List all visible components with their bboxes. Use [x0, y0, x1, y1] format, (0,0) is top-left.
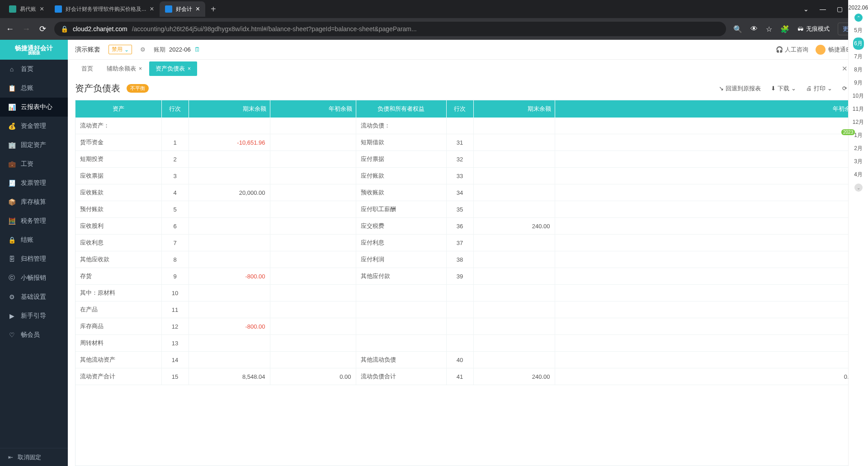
table-row[interactable]: 在产品11 — [75, 301, 860, 318]
table-scroll[interactable]: 资产 行次 期末余额 年初余额 负债和所有者权益 行次 期末余额 年初余额 — [75, 100, 861, 466]
month-item[interactable]: 11月 — [849, 103, 868, 115]
month-item[interactable]: 12月 — [849, 116, 868, 128]
download-button[interactable]: ⬇下载 ⌄ — [771, 85, 796, 93]
support-button[interactable]: 🎧人工咨询 — [776, 46, 808, 54]
close-icon[interactable]: × — [150, 5, 154, 13]
cell-begin — [270, 251, 356, 268]
sidebar-item[interactable]: 💼工资 — [0, 155, 68, 174]
sidebar-item[interactable]: 🔒结账 — [0, 231, 68, 249]
url-input[interactable]: 🔒 cloud2.chanjet.com/accounting/uh26t264… — [54, 22, 726, 36]
cell-row2: 36 — [446, 218, 473, 235]
gear-icon[interactable]: ⚙ — [140, 46, 146, 53]
new-tab-button[interactable]: + — [211, 4, 216, 14]
period-picker[interactable]: 账期 2022-06 🗓 — [154, 46, 200, 54]
cell-row: 4 — [161, 184, 189, 201]
print-button[interactable]: 🖨打印 ⌄ — [806, 85, 832, 93]
cell-begin — [270, 235, 356, 251]
month-item[interactable]: 2月 — [849, 142, 868, 155]
month-year[interactable]: 2022.06 — [849, 3, 868, 13]
account-name[interactable]: 演示账套 — [75, 46, 100, 54]
maximize-icon[interactable]: ▢ — [837, 5, 843, 13]
sidebar-item[interactable]: ⓒ小畅报销 — [0, 268, 68, 287]
table-row[interactable]: 存货9-800.00其他应付款39 — [75, 268, 860, 285]
cell-asset: 应收股利 — [75, 218, 161, 235]
cell-asset: 流动资产： — [75, 118, 161, 134]
table-row[interactable]: 其中：原材料10 — [75, 285, 860, 301]
page-tab[interactable]: 首页 — [75, 61, 99, 76]
sidebar-item[interactable]: 🏢固定资产 — [0, 136, 68, 155]
browser-tab[interactable]: 易代账 × — [4, 1, 49, 17]
table-row[interactable]: 流动资产合计158,548.040.00流动负债合计41240.000.00 — [75, 368, 860, 385]
month-item[interactable]: 4月 — [849, 169, 868, 181]
incognito-icon: 🕶 — [797, 26, 803, 33]
page-tab[interactable]: 资产负债表× — [149, 61, 197, 76]
logo[interactable]: 畅捷通好会计 旗舰版 — [0, 40, 68, 60]
month-item[interactable]: 7月 — [849, 51, 868, 63]
sidebar-item[interactable]: 💰资金管理 — [0, 117, 68, 136]
zoom-icon[interactable]: 🔍 — [733, 25, 742, 33]
minimize-icon[interactable]: — — [820, 5, 826, 13]
table-row[interactable]: 库存商品12-800.00 — [75, 318, 860, 335]
sidebar-item[interactable]: 🗄归档管理 — [0, 249, 68, 268]
table-row[interactable]: 周转材料13 — [75, 335, 860, 352]
sidebar-item[interactable]: ⚙基础设置 — [0, 287, 68, 306]
cancel-pin-button[interactable]: ⇤ 取消固定 — [0, 448, 68, 466]
reload-button[interactable]: ⟳ — [38, 24, 47, 34]
bookmark-star-icon[interactable]: ☆ — [766, 25, 772, 33]
sidebar-item[interactable]: 🧾发票管理 — [0, 174, 68, 193]
month-item[interactable]: 9月 — [849, 77, 868, 89]
sidebar-item[interactable]: ▶新手引导 — [0, 306, 68, 325]
forward-button[interactable]: → — [22, 24, 31, 34]
incognito-label[interactable]: 🕶无痕模式 — [797, 25, 830, 33]
eye-off-icon[interactable]: 👁 — [750, 25, 758, 33]
browser-tab[interactable]: 好会计财务管理软件购买价格及... × — [49, 1, 159, 17]
month-down-button[interactable]: ⌄ — [854, 184, 863, 192]
back-button[interactable]: ← — [5, 24, 14, 34]
table-row[interactable]: 其他流动资产14其他流动负债40 — [75, 352, 860, 368]
table-row[interactable]: 预付账款5应付职工薪酬35 — [75, 201, 860, 218]
month-item[interactable]: 8月 — [849, 64, 868, 76]
sidebar-item[interactable]: 🧮税务管理 — [0, 212, 68, 231]
close-icon[interactable]: × — [40, 5, 44, 13]
rollback-button[interactable]: ↘回退到原报表 — [719, 85, 761, 93]
page-tab[interactable]: 辅助余额表× — [100, 61, 148, 76]
menu-icon: ⚙ — [8, 293, 15, 301]
close-icon[interactable]: × — [188, 66, 191, 72]
browser-tab-active[interactable]: 好会计 × — [160, 1, 205, 17]
month-item[interactable]: 5月 — [849, 24, 868, 37]
close-icon[interactable]: × — [139, 66, 142, 72]
address-bar: ← → ⟳ 🔒 cloud2.chanjet.com/accounting/uh… — [0, 18, 868, 40]
chevron-down-icon[interactable]: ⌄ — [803, 5, 809, 13]
cell-liab — [356, 285, 446, 301]
sidebar-item[interactable]: 📦库存核算 — [0, 193, 68, 212]
cell-asset: 货币资金 — [75, 134, 161, 151]
table-row[interactable]: 应收股利6应交税费36240.00 — [75, 218, 860, 235]
close-icon[interactable]: × — [196, 5, 200, 13]
sidebar-item[interactable]: 📊云报表中心 — [0, 98, 68, 117]
month-item[interactable]: 3月 — [849, 155, 868, 168]
month-item[interactable]: 6月 — [853, 38, 864, 50]
balance-sheet-table: 资产 行次 期末余额 年初余额 负债和所有者权益 行次 期末余额 年初余额 — [75, 100, 860, 385]
cell-row: 7 — [161, 235, 189, 251]
sidebar-item[interactable]: 📋总账 — [0, 79, 68, 98]
cell-end2 — [473, 118, 555, 134]
table-row[interactable]: 货币资金1-10,651.96短期借款31 — [75, 134, 860, 151]
month-up-button[interactable]: ⌃ — [854, 14, 863, 22]
sidebar-item[interactable]: ⌂首页 — [0, 60, 68, 79]
table-row[interactable]: 流动资产：流动负债： — [75, 118, 860, 134]
page-title: 资产负债表 — [75, 82, 120, 94]
menu-icon: ♡ — [8, 331, 15, 339]
disable-button[interactable]: 禁用⌄ — [108, 45, 132, 54]
table-row[interactable]: 短期投资2应付票据32 — [75, 151, 860, 168]
cell-begin2 — [555, 235, 860, 251]
sidebar-item[interactable]: ♡畅会员 — [0, 325, 68, 344]
month-item[interactable]: 10月 — [849, 90, 868, 102]
table-row[interactable]: 应收票据3应付账款33 — [75, 168, 860, 184]
cell-begin — [270, 268, 356, 285]
cell-row2 — [446, 318, 473, 335]
table-row[interactable]: 应收利息7应付利息37 — [75, 235, 860, 251]
table-row[interactable]: 应收账款420,000.00预收账款34 — [75, 184, 860, 201]
table-row[interactable]: 其他应收款8应付利润38 — [75, 251, 860, 268]
extensions-icon[interactable]: 🧩 — [780, 25, 789, 33]
close-all-tabs-icon[interactable]: ✕ — [842, 65, 848, 73]
